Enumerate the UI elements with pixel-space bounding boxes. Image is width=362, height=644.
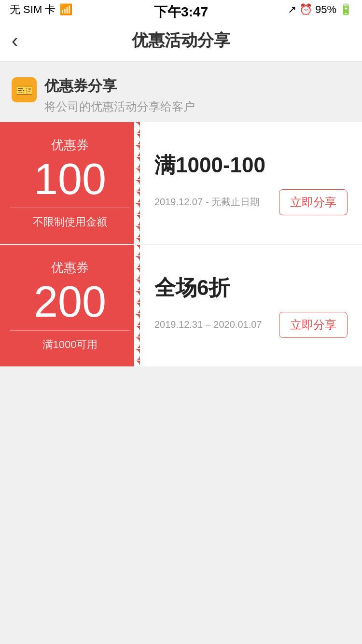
coupon-right-2: 全场6折 2019.12.31 – 2020.01.07 立即分享 <box>140 245 362 366</box>
coupon-left-2: 优惠券 200 满1000可用 <box>0 245 140 366</box>
coupon-meta-1: 2019.12.07 - 无截止日期 立即分享 <box>154 189 348 215</box>
coupon-left-1: 优惠券 100 不限制使用金额 <box>0 122 140 244</box>
status-bar: 无 SIM 卡 📶 下午3:47 ↗ ⏰ 95% 🔋 <box>0 0 362 19</box>
coupon-label-2: 优惠券 <box>51 259 89 276</box>
coupon-divider-line-1 <box>10 208 130 208</box>
coupon-right-1: 满1000-100 2019.12.07 - 无截止日期 立即分享 <box>140 122 362 244</box>
section-subtitle: 将公司的优惠活动分享给客户 <box>44 99 195 114</box>
status-right: ↗ ⏰ 95% 🔋 <box>288 3 352 16</box>
section-title: 优惠券分享 <box>44 76 195 96</box>
coupon-label-1: 优惠券 <box>51 137 89 154</box>
status-left: 无 SIM 卡 📶 <box>10 2 72 17</box>
back-button[interactable]: ‹ <box>12 31 18 50</box>
wifi-icon: 📶 <box>59 3 72 16</box>
share-button-1[interactable]: 立即分享 <box>279 189 348 215</box>
share-button-2[interactable]: 立即分享 <box>279 312 348 338</box>
coupon-icon: 🎫 <box>16 82 33 98</box>
coupon-date-1: 2019.12.07 - 无截止日期 <box>154 196 274 209</box>
status-time: 下午3:47 <box>154 3 208 21</box>
location-icon: ↗ <box>288 3 296 16</box>
coupon-meta-2: 2019.12.31 – 2020.01.07 立即分享 <box>154 312 348 338</box>
battery-icon: 🔋 <box>339 3 352 16</box>
coupon-card-2: 优惠券 200 满1000可用 全场6折 2019.12.31 – 2020.0… <box>0 245 362 366</box>
battery-text: 95% <box>315 3 336 16</box>
coupon-name-1: 满1000-100 <box>154 151 348 180</box>
coupon-amount-2: 200 <box>34 280 106 323</box>
coupon-condition-2: 满1000可用 <box>42 337 98 352</box>
coupon-card-1: 优惠券 100 不限制使用金额 满1000-100 2019.12.07 - 无… <box>0 122 362 244</box>
bottom-area <box>0 382 362 623</box>
coupon-divider-line-2 <box>10 330 130 331</box>
coupons-container: 优惠券 100 不限制使用金额 满1000-100 2019.12.07 - 无… <box>0 122 362 382</box>
coupon-date-2: 2019.12.31 – 2020.01.07 <box>154 319 274 330</box>
coupon-name-2: 全场6折 <box>154 274 348 302</box>
section-icon: 🎫 <box>12 77 37 102</box>
nav-title: 优惠活动分享 <box>132 29 230 52</box>
carrier-text: 无 SIM 卡 <box>10 2 56 17</box>
coupon-amount-1: 100 <box>34 157 106 201</box>
coupon-condition-1: 不限制使用金额 <box>33 215 107 229</box>
section-header: 🎫 优惠券分享 将公司的优惠活动分享给客户 <box>0 62 362 122</box>
alarm-icon: ⏰ <box>299 3 312 16</box>
section-text: 优惠券分享 将公司的优惠活动分享给客户 <box>44 76 195 114</box>
nav-bar: ‹ 优惠活动分享 <box>0 19 362 62</box>
